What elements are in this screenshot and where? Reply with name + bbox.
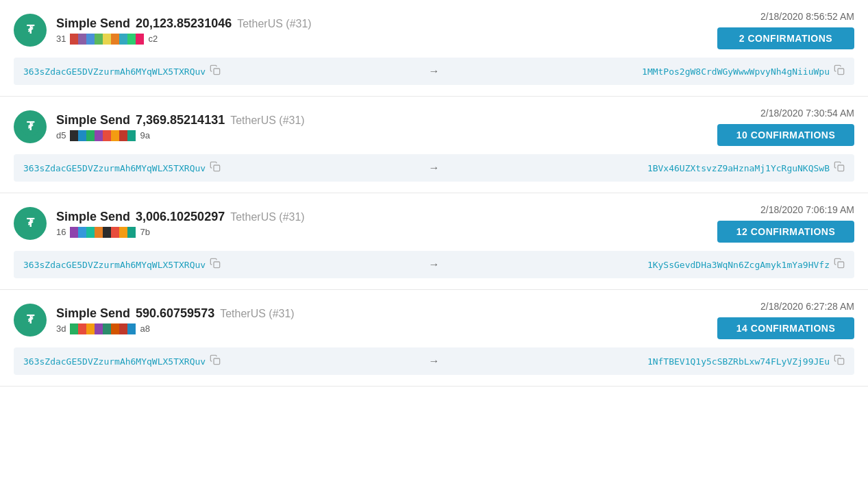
- color-block: [86, 34, 95, 45]
- hash-suffix: 7b: [140, 227, 149, 237]
- svg-rect-2: [214, 69, 220, 75]
- color-block: [119, 34, 127, 45]
- address-from: 363sZdacGE5DVZzurmAh6MYqWLX5TXRQuv: [23, 64, 418, 78]
- tx-type: Simple Send: [56, 306, 130, 321]
- tether-icon: ₮: [14, 304, 47, 337]
- confirmations-button[interactable]: 10 CONFIRMATIONS: [717, 124, 854, 146]
- tx-amount: 20,123.85231046: [136, 16, 232, 31]
- color-block: [136, 34, 144, 45]
- color-block: [119, 130, 127, 141]
- confirmations-button[interactable]: 2 CONFIRMATIONS: [717, 27, 854, 49]
- tx-info: Simple Send 20,123.85231046 TetherUS (#3…: [56, 16, 312, 45]
- color-block: [103, 323, 111, 334]
- color-blocks: [70, 323, 136, 334]
- to-address-text[interactable]: 1KySsGevdDHa3WqNn6ZcgAmyk1mYa9HVfz: [647, 260, 830, 270]
- confirmations-button[interactable]: 14 CONFIRMATIONS: [717, 317, 854, 339]
- tx-amount: 590.60759573: [136, 306, 214, 321]
- transaction-list: ₮ Simple Send 20,123.85231046 TetherUS (…: [0, 0, 868, 387]
- from-address-text[interactable]: 363sZdacGE5DVZzurmAh6MYqWLX5TXRQuv: [23, 66, 206, 77]
- address-to: 1KySsGevdDHa3WqNn6ZcgAmyk1mYa9HVfz: [451, 258, 845, 271]
- copy-to-icon[interactable]: [834, 161, 845, 175]
- from-address-text[interactable]: 363sZdacGE5DVZzurmAh6MYqWLX5TXRQuv: [23, 163, 206, 173]
- tx-right: 2/18/2020 6:27:28 AM 14 CONFIRMATIONS: [717, 301, 854, 339]
- copy-from-icon[interactable]: [210, 354, 221, 368]
- transaction-card: ₮ Simple Send 3,006.10250297 TetherUS (#…: [0, 193, 868, 290]
- color-block: [70, 130, 78, 141]
- tx-addresses: 363sZdacGE5DVZzurmAh6MYqWLX5TXRQuv → 1BV…: [14, 154, 854, 182]
- tx-title-row: Simple Send 590.60759573 TetherUS (#31): [56, 306, 295, 321]
- copy-from-icon[interactable]: [210, 64, 221, 78]
- arrow-separator: →: [423, 162, 445, 174]
- color-block: [95, 34, 103, 45]
- tether-icon: ₮: [14, 14, 47, 47]
- color-block: [78, 323, 86, 334]
- color-blocks: [70, 130, 136, 141]
- arrow-icon: →: [423, 355, 445, 367]
- copy-from-icon[interactable]: [210, 161, 221, 175]
- tx-header: ₮ Simple Send 3,006.10250297 TetherUS (#…: [14, 204, 854, 243]
- copy-to-icon[interactable]: [834, 258, 845, 271]
- color-block: [119, 227, 127, 238]
- tx-header: ₮ Simple Send 20,123.85231046 TetherUS (…: [14, 11, 854, 49]
- hash-prefix: 31: [56, 34, 66, 44]
- tx-addresses: 363sZdacGE5DVZzurmAh6MYqWLX5TXRQuv → 1MM…: [14, 58, 854, 85]
- tx-left: ₮ Simple Send 20,123.85231046 TetherUS (…: [14, 14, 312, 47]
- copy-to-icon[interactable]: [834, 354, 845, 368]
- address-from: 363sZdacGE5DVZzurmAh6MYqWLX5TXRQuv: [23, 161, 418, 175]
- tx-hash-row: d5 9a: [56, 130, 305, 141]
- tether-icon: ₮: [14, 110, 47, 143]
- copy-to-icon[interactable]: [834, 64, 845, 78]
- tx-type: Simple Send: [56, 16, 130, 31]
- tx-token: TetherUS (#31): [230, 211, 305, 223]
- color-block: [86, 130, 95, 141]
- color-block: [95, 130, 103, 141]
- color-block: [103, 130, 111, 141]
- from-address-text[interactable]: 363sZdacGE5DVZzurmAh6MYqWLX5TXRQuv: [23, 356, 206, 367]
- to-address-text[interactable]: 1BVx46UZXtsvzZ9aHznaMj1YcRguNKQSwB: [647, 163, 830, 173]
- tx-right: 2/18/2020 8:56:52 AM 2 CONFIRMATIONS: [717, 11, 854, 49]
- color-block: [95, 227, 103, 238]
- tx-left: ₮ Simple Send 7,369.85214131 TetherUS (#…: [14, 110, 305, 143]
- svg-text:₮: ₮: [27, 23, 35, 36]
- tether-icon: ₮: [14, 207, 47, 240]
- tx-info: Simple Send 3,006.10250297 TetherUS (#31…: [56, 210, 305, 238]
- color-block: [78, 34, 86, 45]
- hash-prefix: 16: [56, 227, 66, 237]
- svg-text:₮: ₮: [27, 216, 35, 230]
- arrow-separator: →: [423, 65, 445, 77]
- tx-right: 2/18/2020 7:30:54 AM 10 CONFIRMATIONS: [717, 108, 854, 146]
- tx-datetime: 2/18/2020 7:06:19 AM: [760, 204, 854, 215]
- arrow-icon: →: [423, 258, 445, 271]
- address-to: 1BVx46UZXtsvzZ9aHznaMj1YcRguNKQSwB: [451, 161, 845, 175]
- svg-rect-11: [838, 262, 844, 268]
- svg-rect-14: [214, 358, 220, 365]
- color-blocks: [70, 34, 144, 45]
- tx-header: ₮ Simple Send 590.60759573 TetherUS (#31…: [14, 301, 854, 339]
- tx-right: 2/18/2020 7:06:19 AM 12 CONFIRMATIONS: [717, 204, 854, 243]
- from-address-text[interactable]: 363sZdacGE5DVZzurmAh6MYqWLX5TXRQuv: [23, 260, 206, 270]
- hash-suffix: c2: [148, 34, 158, 44]
- color-block: [70, 34, 78, 45]
- to-address-text[interactable]: 1MMtPos2gW8CrdWGyWwwWpvyNh4gNiiuWpu: [642, 66, 830, 77]
- color-block: [103, 34, 111, 45]
- transaction-card: ₮ Simple Send 20,123.85231046 TetherUS (…: [0, 0, 868, 97]
- address-to: 1MMtPos2gW8CrdWGyWwwWpvyNh4gNiiuWpu: [451, 64, 845, 78]
- color-block: [95, 323, 103, 334]
- color-block: [119, 323, 127, 334]
- color-block: [127, 227, 136, 238]
- svg-rect-3: [838, 69, 844, 75]
- to-address-text[interactable]: 1NfTBEV1Q1y5cSBZRbLxw74FLyVZj99JEu: [647, 356, 830, 367]
- tx-token: TetherUS (#31): [220, 308, 295, 320]
- color-block: [127, 323, 136, 334]
- tx-amount: 7,369.85214131: [136, 113, 225, 127]
- copy-from-icon[interactable]: [210, 258, 221, 271]
- svg-text:₮: ₮: [27, 313, 35, 326]
- arrow-icon: →: [423, 162, 445, 174]
- svg-text:₮: ₮: [27, 119, 35, 133]
- color-block: [111, 34, 119, 45]
- hash-prefix: 3d: [56, 323, 66, 334]
- color-block: [111, 227, 119, 238]
- confirmations-button[interactable]: 12 CONFIRMATIONS: [717, 221, 854, 243]
- svg-rect-15: [838, 358, 844, 365]
- color-block: [78, 130, 86, 141]
